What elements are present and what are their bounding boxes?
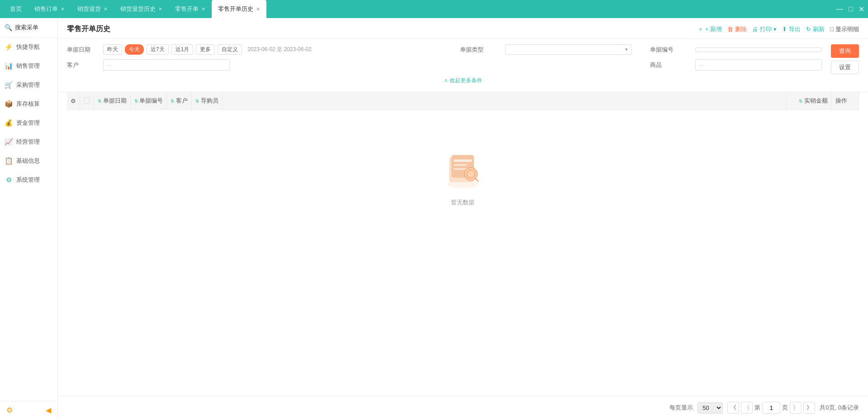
- date-btn-1month[interactable]: 近1月: [171, 44, 194, 55]
- sidebar-item-system-mgmt[interactable]: ⚙ 系统管理: [0, 170, 57, 189]
- column-amount[interactable]: ⇅ 实销金额: [787, 92, 832, 110]
- goods-filter-label: 商品: [650, 61, 677, 69]
- page-header: 零售开单历史 + + 新增 🗑 删除 🖨 打印 ▾ ⬆ 导出: [58, 18, 868, 39]
- add-button[interactable]: + + 新增: [699, 25, 722, 33]
- select-arrow-icon: ▾: [625, 47, 628, 52]
- date-filter-label: 单据日期: [67, 46, 94, 54]
- prev-page-button[interactable]: 〈: [741, 402, 753, 414]
- date-btn-more[interactable]: 更多: [196, 44, 215, 55]
- column-checkbox[interactable]: [80, 92, 94, 110]
- next-page-button[interactable]: 〉: [790, 402, 802, 414]
- sidebar-item-basic-info[interactable]: 📋 基础信息: [0, 151, 57, 170]
- inventory-icon: 📦: [5, 100, 13, 108]
- column-number[interactable]: ⇅ 单据编号: [130, 92, 167, 110]
- date-btn-yesterday[interactable]: 昨天: [103, 44, 122, 55]
- query-button[interactable]: 查询: [831, 44, 859, 58]
- date-btn-7days[interactable]: 近7天: [147, 44, 169, 55]
- tab-home[interactable]: 首页: [4, 0, 28, 18]
- goods-filter-input[interactable]: ···: [695, 59, 822, 71]
- close-icon[interactable]: ✕: [61, 6, 65, 12]
- page-label: 第: [754, 404, 760, 412]
- top-navigation: 首页 销售订单 ✕ 销货退货 ✕ 销货退货历史 ✕ 零售开单 ✕ 零售开单历史 …: [0, 0, 868, 18]
- per-page-label: 每页显示: [669, 404, 693, 412]
- first-page-button[interactable]: 《: [727, 402, 739, 414]
- delete-button[interactable]: 🗑 删除: [727, 25, 747, 33]
- purchase-icon: 🛒: [5, 81, 13, 89]
- checkbox-icon: □: [830, 26, 834, 33]
- number-filter-label: 单据编号: [650, 46, 677, 54]
- prev-page-icon: 〈: [744, 404, 750, 412]
- search-icon: 🔍: [5, 24, 12, 31]
- first-page-icon: 《: [730, 404, 736, 412]
- next-page-icon: 〉: [793, 404, 799, 412]
- sort-icon: ⇅: [195, 99, 199, 104]
- tab-retail-open-history[interactable]: 零售开单历史 ✕: [212, 0, 266, 18]
- sidebar-item-operations[interactable]: 📈 经营管理: [0, 132, 57, 151]
- sidebar-item-quick-nav[interactable]: ⚡ 快捷导航: [0, 38, 57, 56]
- sidebar-search[interactable]: 🔍 搜索采单: [0, 18, 57, 38]
- tab-sales-return-history[interactable]: 销货退货历史 ✕: [114, 0, 169, 18]
- sort-icon: ⇅: [171, 99, 174, 104]
- sidebar-bottom: ⚙ ◀: [0, 401, 57, 419]
- close-icon[interactable]: ✕: [104, 6, 108, 12]
- empty-state: 暂无数据: [67, 110, 859, 243]
- main-layout: 🔍 搜索采单 ⚡ 快捷导航 📊 销售管理 🛒 采购管理 📦 库存核算 💰 资金管…: [0, 18, 868, 419]
- page-navigation: 《 〈 第 页 〉 》: [727, 402, 815, 414]
- type-filter-select[interactable]: ▾: [505, 44, 632, 55]
- close-icon[interactable]: ✕: [158, 6, 162, 12]
- data-table: ⚙ ⇅ 单据日期 ⇅ 单据编号: [67, 92, 859, 243]
- display-detail-button[interactable]: □ 显示明细: [830, 25, 859, 33]
- last-page-button[interactable]: 》: [803, 402, 815, 414]
- last-page-icon: 》: [806, 404, 812, 412]
- close-icon[interactable]: ✕: [201, 6, 205, 12]
- column-customer[interactable]: ⇅ 客户: [167, 92, 192, 110]
- sales-icon: 📊: [5, 62, 13, 70]
- sidebar-item-sales-mgmt[interactable]: 📊 销售管理: [0, 56, 57, 75]
- filter-area: 单据日期 昨天 今天 近7天 近1月 更多 自定义 2023-06-02 至 2…: [58, 39, 868, 92]
- export-button[interactable]: ⬆ 导出: [782, 25, 801, 33]
- collapse-filter-button[interactable]: ∧ 收起更多条件: [444, 77, 482, 85]
- table-settings-icon[interactable]: ⚙: [71, 98, 76, 104]
- date-btn-today[interactable]: 今天: [125, 44, 144, 55]
- date-btn-custom[interactable]: 自定义: [218, 44, 242, 55]
- pagination: 每页显示 50 10 20 100 《 〈 第 页 〉: [58, 396, 868, 419]
- finance-icon: 💰: [5, 119, 13, 127]
- print-button[interactable]: 🖨 打印 ▾: [752, 25, 777, 33]
- column-guide[interactable]: ⇅ 导购员: [191, 92, 222, 110]
- minimize-icon[interactable]: —: [836, 5, 843, 14]
- sidebar-item-inventory[interactable]: 📦 库存核算: [0, 94, 57, 113]
- quick-nav-icon: ⚡: [5, 43, 13, 51]
- page-number-input[interactable]: [762, 402, 780, 414]
- svg-rect-4: [454, 164, 467, 166]
- empty-text: 暂无数据: [451, 198, 474, 207]
- date-range-display: 2023-06-02 至 2023-06-02: [247, 46, 311, 53]
- tab-retail-open[interactable]: 零售开单 ✕: [169, 0, 212, 18]
- sidebar-item-purchase-mgmt[interactable]: 🛒 采购管理: [0, 75, 57, 94]
- tab-sales-return[interactable]: 销货退货 ✕: [71, 0, 114, 18]
- filter-row-date: 单据日期 昨天 今天 近7天 近1月 更多 自定义 2023-06-02 至 2…: [67, 44, 822, 55]
- page-title: 零售开单历史: [67, 24, 110, 34]
- customer-filter-input[interactable]: ···: [103, 59, 230, 71]
- refresh-icon: ↻: [806, 26, 811, 33]
- close-window-icon[interactable]: ✕: [859, 5, 864, 14]
- table-header: ⚙ ⇅ 单据日期 ⇅ 单据编号: [67, 92, 859, 110]
- per-page-select[interactable]: 50 10 20 100: [697, 402, 723, 414]
- sort-icon: ⇅: [98, 99, 101, 104]
- total-info: 共0页, 0条记录: [820, 404, 859, 412]
- number-filter-input[interactable]: [695, 47, 822, 52]
- column-date[interactable]: ⇅ 单据日期: [94, 92, 131, 110]
- print-icon: 🖨: [752, 26, 758, 33]
- refresh-button[interactable]: ↻ 刷新: [806, 25, 825, 33]
- sort-icon: ⇅: [799, 99, 802, 104]
- maximize-icon[interactable]: □: [849, 5, 853, 14]
- column-settings[interactable]: ⚙: [67, 92, 80, 110]
- sidebar-item-finance[interactable]: 💰 资金管理: [0, 113, 57, 132]
- collapse-sidebar-icon[interactable]: ◀: [46, 406, 51, 414]
- system-icon: ⚙: [5, 176, 13, 184]
- close-icon[interactable]: ✕: [256, 6, 260, 12]
- select-all-checkbox[interactable]: [84, 97, 90, 104]
- bottom-gear-icon[interactable]: ⚙: [6, 406, 13, 414]
- empty-illustration: [440, 146, 485, 191]
- tab-sales-order[interactable]: 销售订单 ✕: [28, 0, 71, 18]
- filter-settings-button[interactable]: 设置: [831, 61, 859, 74]
